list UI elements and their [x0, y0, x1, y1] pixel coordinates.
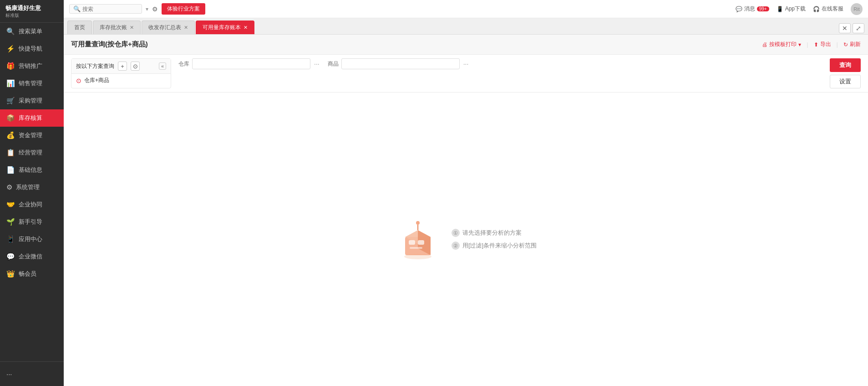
chevron-down-icon[interactable]: ▾	[146, 6, 148, 12]
capital-icon: 💰	[6, 131, 15, 139]
sidebar-item-label: 销售管理	[19, 79, 42, 87]
svg-rect-6	[410, 247, 422, 249]
sidebar-item-inventory[interactable]: 📦库存核算	[0, 109, 64, 127]
scheme-item-icon: ⊙	[76, 77, 81, 84]
gear-icon[interactable]: ⚙	[152, 5, 158, 13]
sidebar-nav: 🔍搜索菜单⚡快捷导航🎁营销推广📊销售管理🛒采购管理📦库存核算💰资金管理📋经营管理…	[0, 23, 64, 361]
export-icon: ⬆	[814, 41, 818, 48]
app-download-button[interactable]: 📱 App下载	[777, 5, 806, 13]
message-button[interactable]: 💬 消息 99+	[736, 5, 769, 13]
scheme-collapse-button[interactable]: «	[159, 62, 166, 70]
tab-available-ledger[interactable]: 可用量库存账本 ✕	[196, 21, 254, 34]
sidebar-item-appcenter[interactable]: 📱应用中心	[0, 231, 64, 248]
topbar: 🔍 ▾ ⚙ 体验行业方案 💬 消息 99+ 📱 App下载 🎧 在线客服 Rit	[64, 0, 868, 18]
svg-point-8	[416, 221, 420, 225]
sidebar-item-label: 采购管理	[19, 97, 42, 105]
marketing-icon: 🎁	[6, 62, 15, 70]
sidebar-item-more[interactable]: ···	[0, 365, 64, 382]
tab-close-button[interactable]: ✕	[839, 23, 851, 33]
purchase-icon: 🛒	[6, 97, 15, 105]
sidebar-item-label: 营销推广	[19, 62, 42, 70]
basic-icon: 📄	[6, 166, 15, 174]
tab-receive-summary-close[interactable]: ✕	[184, 25, 188, 31]
sidebar-item-search[interactable]: 🔍搜索菜单	[0, 23, 64, 40]
sidebar-item-system[interactable]: ⚙系统管理	[0, 179, 64, 196]
sidebar-item-capital[interactable]: 💰资金管理	[0, 127, 64, 144]
scheme-add-button[interactable]: +	[118, 62, 127, 71]
trial-button[interactable]: 体验行业方案	[162, 3, 205, 15]
sidebar: 畅康通好生意 标准版 🔍搜索菜单⚡快捷导航🎁营销推广📊销售管理🛒采购管理📦库存核…	[0, 0, 64, 386]
message-icon: 💬	[736, 6, 742, 12]
tab-home[interactable]: 首页	[67, 21, 92, 34]
scheme-settings-button[interactable]: ⊙	[131, 62, 140, 71]
tab-home-label: 首页	[74, 24, 85, 31]
search-input[interactable]	[82, 6, 137, 12]
empty-icon	[395, 216, 441, 262]
sidebar-item-label: 企业微信	[19, 252, 42, 261]
sidebar-item-operation[interactable]: 📋经营管理	[0, 144, 64, 161]
hint-num-2: ②	[452, 242, 460, 250]
tab-batch-account-label: 库存批次账	[100, 24, 127, 31]
sidebar-item-label: 搜索菜单	[19, 27, 42, 36]
warehouse-more-button[interactable]: ···	[313, 59, 320, 68]
tab-receive-summary[interactable]: 收发存汇总表 ✕	[142, 21, 195, 34]
operation-icon: 📋	[6, 149, 15, 157]
tabs-end-buttons: ✕ ⤢	[839, 23, 864, 34]
sidebar-item-quicknav[interactable]: ⚡快捷导航	[0, 40, 64, 57]
sidebar-item-sales[interactable]: 📊销售管理	[0, 75, 64, 92]
tabs-bar: 首页 库存批次账 ✕ 收发存汇总表 ✕ 可用量库存账本 ✕ ✕ ⤢	[64, 18, 868, 35]
print-button[interactable]: 🖨 按模板打印 ▾	[762, 41, 801, 48]
sidebar-item-newbie[interactable]: 🌱新手引导	[0, 213, 64, 231]
export-button[interactable]: ⬆ 导出	[814, 41, 831, 48]
enterprise-icon: 🤝	[6, 201, 15, 209]
newbie-icon: 🌱	[6, 218, 15, 226]
empty-state-inner: ① 请先选择要分析的方案 ② 用[过滤]条件来缩小分析范围	[395, 216, 537, 262]
sidebar-item-label: 快捷导航	[19, 45, 42, 53]
inventory-icon: 📦	[6, 114, 15, 122]
sidebar-item-marketing[interactable]: 🎁营销推广	[0, 57, 64, 75]
refresh-icon: ↻	[843, 41, 848, 48]
topbar-search-box[interactable]: 🔍	[69, 4, 142, 14]
sidebar-item-wechat[interactable]: 💬企业微信	[0, 248, 64, 265]
tab-batch-account-close[interactable]: ✕	[130, 25, 134, 31]
sidebar-item-member[interactable]: 👑畅会员	[0, 265, 64, 283]
search-icon: 🔍	[6, 27, 15, 36]
system-icon: ⚙	[6, 183, 12, 191]
online-service-button[interactable]: 🎧 在线客服	[813, 5, 843, 13]
settings-button[interactable]: 设置	[830, 75, 861, 88]
scheme-item-warehouse-product[interactable]: ⊙ 仓库+商品	[71, 74, 171, 87]
sidebar-item-purchase[interactable]: 🛒采购管理	[0, 92, 64, 109]
product-input[interactable]	[341, 58, 460, 69]
tab-available-ledger-close[interactable]: ✕	[244, 25, 248, 31]
member-icon: 👑	[6, 270, 15, 278]
headset-icon: 🎧	[813, 6, 820, 12]
scheme-panel: 按以下方案查询 + ⊙ « ⊙ 仓库+商品	[71, 58, 171, 88]
sales-icon: 📊	[6, 79, 15, 87]
empty-hint-2: ② 用[过滤]条件来缩小分析范围	[452, 242, 537, 250]
page-title: 可用量查询(按仓库+商品)	[71, 40, 148, 49]
scheme-panel-title: 按以下方案查询	[76, 62, 114, 70]
app-logo: 畅康通好生意 标准版	[0, 0, 64, 23]
sidebar-item-enterprise[interactable]: 🤝企业协同	[0, 196, 64, 213]
refresh-button[interactable]: ↻ 刷新	[843, 41, 861, 48]
tab-maximize-button[interactable]: ⤢	[853, 23, 864, 33]
sidebar-item-label: 经营管理	[19, 149, 42, 157]
product-more-button[interactable]: ···	[462, 59, 470, 68]
page-header-actions: 🖨 按模板打印 ▾ | ⬆ 导出 | ↻ 刷新	[762, 41, 861, 48]
query-button[interactable]: 查询	[830, 58, 861, 72]
app-subtitle: 标准版	[5, 12, 58, 19]
sidebar-item-label: 系统管理	[16, 183, 40, 191]
sidebar-item-basic[interactable]: 📄基础信息	[0, 161, 64, 179]
tab-batch-account[interactable]: 库存批次账 ✕	[93, 21, 141, 34]
content-area: 可用量查询(按仓库+商品) 🖨 按模板打印 ▾ | ⬆ 导出 | ↻ 刷新	[64, 35, 868, 386]
page-header: 可用量查询(按仓库+商品) 🖨 按模板打印 ▾ | ⬆ 导出 | ↻ 刷新	[64, 35, 868, 55]
empty-hint-1: ① 请先选择要分析的方案	[452, 229, 537, 237]
filter-field-warehouse: 仓库 ···	[178, 58, 320, 69]
more-icon: ···	[6, 370, 12, 378]
hint-num-1: ①	[452, 229, 460, 237]
warehouse-input[interactable]	[192, 58, 310, 69]
avatar[interactable]: Rit	[851, 3, 863, 15]
phone-icon: 📱	[777, 6, 783, 12]
print-icon: 🖨	[762, 41, 767, 48]
topbar-right: 💬 消息 99+ 📱 App下载 🎧 在线客服 Rit	[736, 3, 863, 15]
